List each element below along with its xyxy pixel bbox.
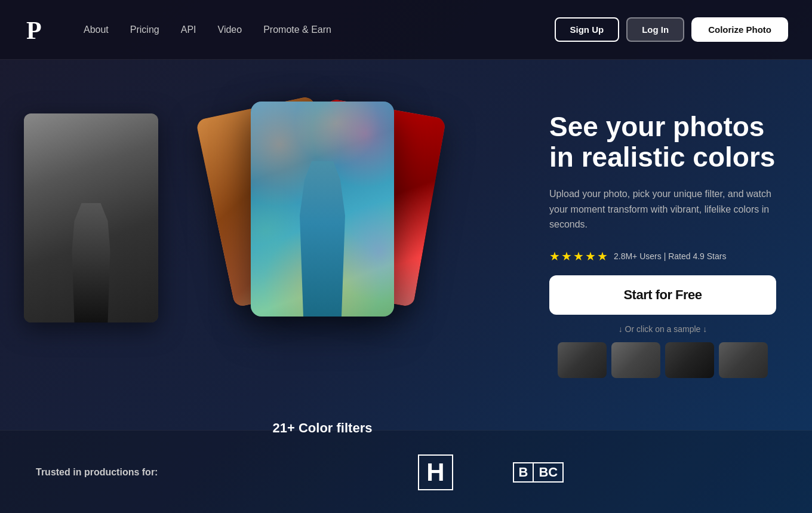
color-filters-label: 21+ Color filters [273, 420, 373, 436]
nav-api[interactable]: API [181, 24, 196, 35]
trusted-label: Trusted in productions for: [36, 466, 158, 479]
bbc-b1: B [513, 462, 534, 483]
colorize-button[interactable]: Colorize Photo [691, 17, 788, 42]
hero-content: See your photos in realistic colors Uplo… [549, 112, 776, 378]
sample-thumbnail-3[interactable] [665, 342, 714, 378]
card-center-inner [251, 102, 394, 317]
stars: ★ ★ ★ ★ ★ [549, 249, 608, 263]
bw-photo [24, 113, 158, 322]
bw-figure [67, 203, 115, 322]
rating-row: ★ ★ ★ ★ ★ 2.8M+ Users | Rated 4.9 Stars [549, 249, 776, 263]
sample-thumbnail-2[interactable] [611, 342, 660, 378]
or-click-label: ↓ Or click on a sample ↓ [549, 324, 776, 334]
trusted-section: Trusted in productions for: H B BC [0, 430, 812, 513]
center-figure [293, 161, 352, 317]
login-button[interactable]: Log In [626, 17, 684, 42]
star-3: ★ [573, 249, 584, 263]
svg-text:P: P [26, 18, 42, 42]
brand-logos: H B BC [205, 454, 776, 490]
header: P About Pricing API Video Promote & Earn… [0, 0, 812, 60]
star-2: ★ [561, 249, 572, 263]
photo-stack-area: 21+ Color filters [24, 84, 478, 406]
sample-thumbnail-4[interactable] [719, 342, 768, 378]
start-free-button[interactable]: Start for Free [549, 275, 776, 315]
rating-text: 2.8M+ Users | Rated 4.9 Stars [614, 251, 726, 261]
star-4: ★ [585, 249, 596, 263]
card-center-main [251, 102, 394, 317]
hero-title: See your photos in realistic colors [549, 112, 776, 172]
signup-button[interactable]: Sign Up [555, 17, 620, 42]
logo[interactable]: P [24, 18, 48, 42]
bbc-b2: BC [534, 462, 564, 483]
hero-description: Upload your photo, pick your unique filt… [549, 186, 776, 232]
hero-section: 21+ Color filters See your photos in rea… [0, 60, 812, 430]
star-5: ★ [597, 249, 608, 263]
nav-promote-earn[interactable]: Promote & Earn [263, 24, 331, 35]
star-1: ★ [549, 249, 560, 263]
bw-photo-inner [24, 113, 158, 322]
nav-video[interactable]: Video [218, 24, 242, 35]
bbc-logo: B BC [513, 462, 564, 483]
sample-thumbnail-1[interactable] [558, 342, 607, 378]
main-nav: About Pricing API Video Promote & Earn [84, 24, 555, 35]
sample-thumbnails [549, 342, 776, 378]
nav-about[interactable]: About [84, 24, 109, 35]
header-buttons: Sign Up Log In Colorize Photo [555, 17, 789, 42]
history-channel-logo: H [418, 454, 453, 490]
card-stack: 21+ Color filters [179, 102, 466, 412]
nav-pricing[interactable]: Pricing [130, 24, 159, 35]
